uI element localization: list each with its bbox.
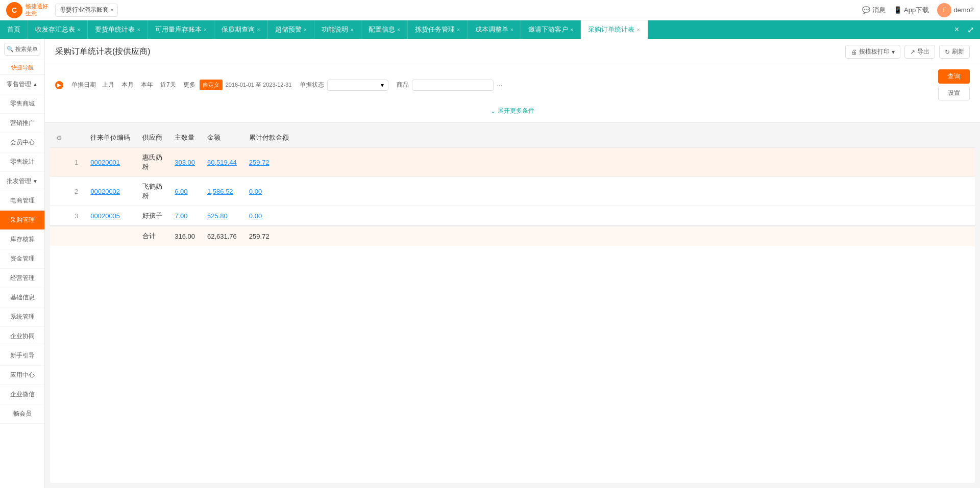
sidebar-item-retail-mall[interactable]: 零售商城 [0, 94, 44, 114]
tab-home[interactable]: 首页 [0, 20, 28, 39]
row-paid-amount[interactable]: 259.72 [243, 148, 295, 177]
search-menu-btn[interactable]: 🔍 搜索菜单 [4, 43, 40, 56]
sidebar-item-wholesale[interactable]: 批发管理 ▼ [0, 172, 44, 191]
row-amount[interactable]: 60,519.44 [201, 148, 243, 177]
export-btn[interactable]: ↗ 导出 [904, 45, 935, 59]
quick-nav-btn[interactable]: 快捷导航 [11, 64, 34, 71]
collapse-toggle-icon[interactable]: ▶ [55, 81, 63, 89]
tab-stock-book[interactable]: 可用量库存账本 × [148, 20, 214, 39]
tab-close-icon[interactable]: × [257, 27, 260, 33]
row-paid-amount[interactable]: 0.00 [243, 177, 295, 206]
sidebar-item-enterprise[interactable]: 企业协同 [0, 327, 44, 346]
refresh-btn[interactable]: ↻ 刷新 [939, 45, 970, 59]
tab-receive-send[interactable]: 收发存汇总表 × [28, 20, 88, 39]
tab-fullscreen-btn[interactable]: ⤢ [965, 24, 976, 36]
date-tab-this-year[interactable]: 本年 [138, 80, 156, 90]
tab-close-icon[interactable]: × [510, 27, 513, 33]
tab-expiry-query[interactable]: 保质期查询 × [214, 20, 267, 39]
sidebar-item-basics[interactable]: 基础信息 [0, 288, 44, 307]
user-menu[interactable]: E demo2 [937, 3, 974, 17]
tab-close-icon[interactable]: × [350, 27, 353, 33]
sidebar-item-vip[interactable]: 畅会员 [0, 404, 44, 424]
sidebar-item-inventory[interactable]: 库存核算 [0, 230, 44, 249]
sidebar-item-apps[interactable]: 应用中心 [0, 366, 44, 385]
goods-input[interactable] [412, 80, 494, 91]
sidebar-item-label: 电商管理 [10, 196, 35, 205]
goods-more-icon[interactable]: ··· [497, 81, 502, 89]
tab-close-icon[interactable]: × [457, 27, 460, 33]
row-supplier-code[interactable]: 00020002 [84, 177, 136, 206]
row-quantity[interactable]: 7.00 [168, 206, 201, 226]
workspace-selector[interactable]: 母婴行业演示账套 ▾ [55, 4, 118, 17]
col-supplier-name: 供应商 [136, 128, 168, 148]
col-supplier-code: 往来单位编码 [84, 128, 136, 148]
sidebar-item-label: 批发管理 [7, 177, 31, 186]
sidebar-item-label: 系统管理 [10, 313, 35, 321]
sidebar-item-retail-stats[interactable]: 零售统计 [0, 152, 44, 172]
message-btn[interactable]: 💬 消息 [862, 6, 886, 15]
row-supplier-name: 飞鹤奶粉 [136, 177, 168, 206]
status-select[interactable]: ▾ [327, 80, 388, 91]
tab-purchase-stats[interactable]: 采购订单统计表 × [581, 20, 647, 39]
row-amount[interactable]: 1,586.52 [201, 177, 243, 206]
tab-close-icon[interactable]: × [636, 27, 640, 33]
tab-picking-task[interactable]: 拣货任务管理 × [408, 20, 468, 39]
sidebar-item-member[interactable]: 会员中心 [0, 133, 44, 152]
sidebar-item-label: 基础信息 [10, 293, 35, 302]
row-quantity[interactable]: 6.00 [168, 177, 201, 206]
tab-invite-downstream[interactable]: 邀请下游客户 × [521, 20, 581, 39]
tab-config[interactable]: 配置信息 × [361, 20, 408, 39]
col-quantity: 主数量 [168, 128, 201, 148]
sidebar-item-wechat[interactable]: 企业微信 [0, 385, 44, 404]
col-settings: ⚙ [50, 128, 68, 148]
sidebar-item-marketing[interactable]: 营销推广 [0, 114, 44, 133]
row-quantity[interactable]: 303.00 [168, 148, 201, 177]
tab-cost-adjust[interactable]: 成本调整单 × [468, 20, 521, 39]
row-supplier-code[interactable]: 00020001 [84, 148, 136, 177]
footer-paid-amount: 259.72 [243, 226, 295, 246]
sidebar-item-system[interactable]: 系统管理 [0, 307, 44, 327]
expand-more-btn[interactable]: ⌄ 展开更多条件 [486, 105, 538, 117]
row-amount[interactable]: 525.80 [201, 206, 243, 226]
column-settings-icon[interactable]: ⚙ [56, 134, 62, 142]
workspace-label: 母婴行业演示账套 [60, 6, 109, 14]
tab-overstock[interactable]: 超储预警 × [268, 20, 314, 39]
table-area: ⚙ 往来单位编码 供应商 主数量 金额 累计付款金额 1 00020001 [50, 128, 975, 483]
sidebar-item-ecommerce[interactable]: 电商管理 [0, 191, 44, 211]
tab-close-icon[interactable]: × [77, 27, 80, 33]
tab-goods-stats[interactable]: 要货单统计表 × [88, 20, 148, 39]
query-btn[interactable]: 查询 [938, 69, 970, 84]
row-paid-amount[interactable]: 0.00 [243, 206, 295, 226]
settings-btn[interactable]: 设置 [938, 86, 970, 100]
date-tab-7days[interactable]: 近7天 [157, 80, 179, 90]
date-tab-more[interactable]: 更多 [180, 80, 199, 90]
row-supplier-code[interactable]: 00020005 [84, 206, 136, 226]
print-icon: 🖨 [851, 48, 857, 56]
tab-close-icon[interactable]: × [304, 27, 307, 33]
col-paid-amount: 累计付款金额 [243, 128, 295, 148]
row-supplier-name: 好孩子 [136, 206, 168, 226]
tab-label: 配置信息 [369, 25, 395, 34]
expand-icon: ▼ [33, 178, 38, 184]
print-btn[interactable]: 🖨 按模板打印 ▾ [845, 45, 900, 59]
tab-function-doc[interactable]: 功能说明 × [314, 20, 361, 39]
page-title-actions: 🖨 按模板打印 ▾ ↗ 导出 ↻ 刷新 [845, 45, 970, 59]
sidebar-item-purchase[interactable]: 采购管理 [0, 211, 44, 230]
tab-close-all-btn[interactable]: × [952, 24, 961, 35]
filter-action-btns: 查询 设置 [938, 69, 970, 100]
row-spacer [295, 148, 975, 177]
sidebar-item-newbie[interactable]: 新手引导 [0, 346, 44, 366]
tab-close-icon[interactable]: × [570, 27, 573, 33]
sidebar-item-label: 零售商城 [10, 99, 35, 108]
sidebar-item-operations[interactable]: 经营管理 [0, 269, 44, 288]
date-tab-this-month[interactable]: 本月 [118, 80, 137, 90]
tab-close-icon[interactable]: × [137, 27, 140, 33]
date-tab-custom[interactable]: 自定义 [200, 80, 223, 90]
app-download-btn[interactable]: 📱 App下载 [894, 6, 929, 15]
sidebar-item-retail[interactable]: 零售管理 ▲ [0, 75, 44, 94]
date-tab-last-month[interactable]: 上月 [99, 80, 117, 90]
tab-close-icon[interactable]: × [397, 27, 400, 33]
row-settings-col [50, 177, 68, 206]
tab-close-icon[interactable]: × [204, 27, 207, 33]
sidebar-item-finance[interactable]: 资金管理 [0, 249, 44, 269]
